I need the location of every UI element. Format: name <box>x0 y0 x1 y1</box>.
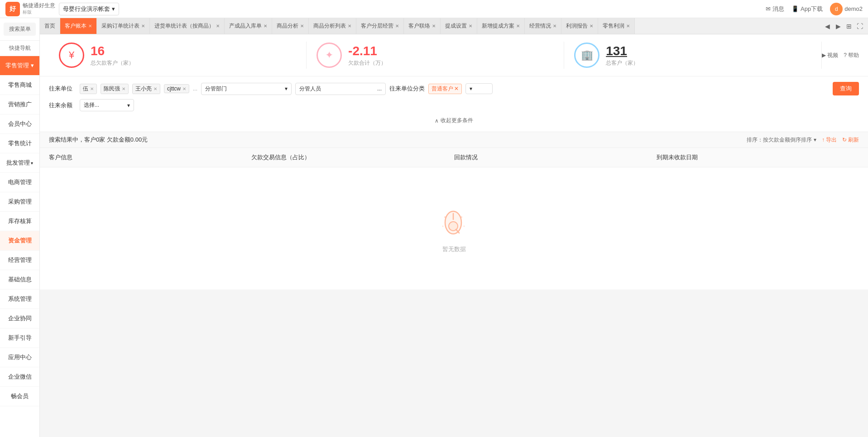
sidebar-item-marketing[interactable]: 营销推广 <box>0 95 39 114</box>
col-header-customer-info: 客户信息 <box>49 153 251 162</box>
tab-purchase-stats[interactable]: 采购订单统计表 ✕ <box>97 18 150 34</box>
dept-placeholder: 分管部门 <box>205 85 227 93</box>
tab-bar: 首页 客户账本 ✕ 采购订单统计表 ✕ 进货单统计表（按商品） ✕ 产成品入库单… <box>40 18 868 34</box>
sort-select[interactable]: 排序：按欠款金额倒序排序 ▾ <box>747 136 816 144</box>
tab-label: 产成品入库单 <box>229 22 262 30</box>
tab-home[interactable]: 首页 <box>40 18 60 34</box>
quick-nav-btn[interactable]: 快捷导航 <box>0 41 39 56</box>
tab-fullscreen-btn[interactable]: ⛶ <box>855 22 864 31</box>
logo-text-block: 畅捷通好生意 标版 <box>23 2 55 15</box>
tab-new-boost-plan[interactable]: 新增提成方案 ✕ <box>477 18 525 34</box>
logo-area: 好 畅捷通好生意 标版 <box>5 2 55 16</box>
tab-menu-btn[interactable]: ⊞ <box>844 22 854 31</box>
tab-close-icon[interactable]: ✕ <box>88 24 92 28</box>
sidebar-item-label: 畅会员 <box>11 393 29 399</box>
tab-close-icon[interactable]: ✕ <box>626 24 630 28</box>
tab-close-icon[interactable]: ✕ <box>141 24 145 28</box>
filter-tag-wang[interactable]: 王小亮 ✕ <box>132 84 160 94</box>
tab-next-btn[interactable]: ▶ <box>834 22 843 31</box>
person-filter[interactable]: 分管人员 ... <box>295 83 386 95</box>
tab-product-analysis[interactable]: 商品分析 ✕ <box>272 18 309 34</box>
export-btn[interactable]: ↑ 导出 <box>822 136 837 144</box>
sidebar-item-enterprise-collab[interactable]: 企业协同 <box>0 309 39 328</box>
filter-tag-wu[interactable]: 伍 ✕ <box>80 84 97 94</box>
sidebar-item-ecommerce-mgmt[interactable]: 电商管理 <box>0 173 39 192</box>
sidebar-item-basic-info[interactable]: 基础信息 <box>0 270 39 290</box>
tag-close-category-icon[interactable]: ✕ <box>454 86 459 92</box>
app-download-btn[interactable]: 📱 App下载 <box>791 5 823 13</box>
sidebar-item-ops-mgmt[interactable]: 经营管理 <box>0 251 39 270</box>
tab-purchase-product-stats[interactable]: 进货单统计表（按商品） ✕ <box>150 18 225 34</box>
refresh-btn[interactable]: ↻ 刷新 <box>842 136 859 144</box>
search-menu-btn[interactable]: 搜索菜单 <box>4 23 36 36</box>
sidebar-item-retail-mgmt[interactable]: 零售管理 ▾ <box>0 56 39 76</box>
total-customers-label: 总客户（家） <box>606 59 638 67</box>
sidebar-item-wholesale-mgmt[interactable]: 批发管理 ▾ <box>0 153 39 173</box>
sidebar-item-label: 企业协同 <box>8 315 32 322</box>
sidebar-item-label: 资金管理 <box>8 237 32 244</box>
filter-row-2: 往来余额 选择... ▾ <box>49 99 859 111</box>
tab-customer-book[interactable]: 客户账本 ✕ <box>60 18 97 34</box>
sidebar-item-new-guide[interactable]: 新手引导 <box>0 328 39 348</box>
tab-cost-in[interactable]: 产成品入库单 ✕ <box>225 18 272 34</box>
dept-filter[interactable]: 分管部门 ▾ <box>201 83 292 95</box>
help-btn[interactable]: ? 帮助 <box>844 52 859 59</box>
tag-close-chen-icon[interactable]: ✕ <box>122 86 125 91</box>
filter-tag-chen[interactable]: 陈民强 ✕ <box>101 84 129 94</box>
tab-close-icon[interactable]: ✕ <box>432 24 436 28</box>
tab-customer-contact[interactable]: 客户联络 ✕ <box>404 18 441 34</box>
tab-product-analysis-list[interactable]: 商品分析列表 ✕ <box>309 18 356 34</box>
tab-prev-btn[interactable]: ◀ <box>823 22 832 31</box>
tab-close-icon[interactable]: ✕ <box>348 24 351 28</box>
sidebar-item-vip-member[interactable]: 畅会员 <box>0 387 39 406</box>
tab-close-icon[interactable]: ✕ <box>216 24 220 28</box>
empty-text: 暂无数据 <box>442 245 466 253</box>
collapse-btn[interactable]: ∧ 收起更多条件 <box>49 115 859 126</box>
tab-profit-report[interactable]: 利润报告 ✕ <box>561 18 598 34</box>
filter-more-btn[interactable]: ... <box>193 86 197 92</box>
balance-filter[interactable]: 选择... ▾ <box>80 99 134 111</box>
user-profile[interactable]: d demo2 <box>830 3 863 15</box>
tag-close-wang-icon[interactable]: ✕ <box>153 86 157 91</box>
sidebar-item-system-mgmt[interactable]: 系统管理 <box>0 290 39 309</box>
tag-close-cjttcw-icon[interactable]: ✕ <box>182 86 186 91</box>
sidebar-item-enterprise-wechat[interactable]: 企业微信 <box>0 367 39 387</box>
tag-close-wu-icon[interactable]: ✕ <box>90 86 94 91</box>
company-selector[interactable]: 母婴行业演示帐套 ▾ <box>59 3 119 15</box>
tab-customer-layer[interactable]: 客户分层经营 ✕ <box>356 18 404 34</box>
tab-close-icon[interactable]: ✕ <box>590 24 593 28</box>
sidebar-item-purchase-mgmt[interactable]: 采购管理 <box>0 192 39 212</box>
filter-tag-cjttcw[interactable]: cjttcw ✕ <box>164 84 189 93</box>
tab-boost-settings[interactable]: 提成设置 ✕ <box>441 18 477 34</box>
query-btn[interactable]: 查询 <box>833 82 859 95</box>
sidebar-item-retail-stats[interactable]: 零售统计 <box>0 134 39 153</box>
tab-label: 客户分层经营 <box>361 22 393 30</box>
sidebar-item-inventory[interactable]: 库存核算 <box>0 212 39 231</box>
sidebar-search[interactable]: 搜索菜单 <box>0 18 39 41</box>
video-btn[interactable]: ▶ 视频 <box>822 52 838 59</box>
credit-customers-label: 总欠款客户（家） <box>91 59 134 67</box>
tab-label: 商品分析 <box>277 22 298 30</box>
tab-close-icon[interactable]: ✕ <box>300 24 304 28</box>
credit-customers-value: 16 <box>91 43 134 59</box>
sidebar-item-label: 企业微信 <box>8 373 32 380</box>
messages-btn[interactable]: ✉ 消息 <box>766 5 784 13</box>
tab-close-icon[interactable]: ✕ <box>395 24 399 28</box>
sidebar-item-label: 会员中心 <box>8 120 32 127</box>
stat-credit-total: ✦ -2.11 欠款合计（万） <box>307 42 564 69</box>
category-dropdown[interactable]: ▾ <box>465 83 493 94</box>
tab-label: 利润报告 <box>566 22 588 30</box>
dept-chevron-icon: ▾ <box>285 86 288 92</box>
tab-retail-profit[interactable]: 零售利润 ✕ <box>598 18 635 34</box>
tab-close-icon[interactable]: ✕ <box>553 24 556 28</box>
tab-ops-situation[interactable]: 经营情况 ✕ <box>525 18 561 34</box>
tab-close-icon[interactable]: ✕ <box>516 24 520 28</box>
sidebar-item-member-center[interactable]: 会员中心 <box>0 114 39 134</box>
tab-close-icon[interactable]: ✕ <box>264 24 267 28</box>
sidebar-item-capital-mgmt[interactable]: 资金管理 <box>0 231 39 251</box>
filter-tag-category[interactable]: 普通客户 ✕ <box>428 84 462 94</box>
tab-close-icon[interactable]: ✕ <box>469 24 472 28</box>
sidebar-item-label: 应用中心 <box>8 354 32 361</box>
sidebar-item-app-center[interactable]: 应用中心 <box>0 348 39 367</box>
sidebar-item-retail-mall[interactable]: 零售商城 <box>0 76 39 95</box>
